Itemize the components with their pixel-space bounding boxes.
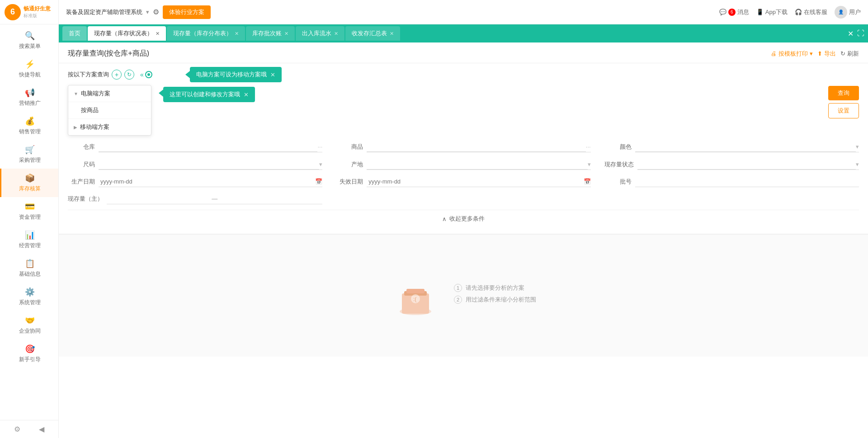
sidebar-item-basic[interactable]: 📋 基础信息 <box>0 254 58 283</box>
filter-back-btn[interactable]: « <box>137 70 147 80</box>
filter-add-btn[interactable]: + <box>112 70 122 80</box>
sidebar-item-purchase[interactable]: 🛒 采购管理 <box>0 140 58 169</box>
tab-close-batch[interactable]: ✕ <box>284 31 288 37</box>
filter-batch-row: 批号 <box>604 176 859 187</box>
chevron-down-icon: ▼ <box>74 91 78 96</box>
collapse-btn[interactable]: ∧ 收起更多条件 <box>68 210 859 227</box>
sidebar-item-search[interactable]: 🔍 搜索菜单 <box>0 26 58 55</box>
step-num-2: 2 <box>454 296 462 304</box>
export-icon: ⬆ <box>817 50 822 57</box>
size-label: 尺码 <box>68 160 95 169</box>
sidebar-item-enterprise[interactable]: 🤝 企业协同 <box>0 311 58 339</box>
filter-refresh-btn[interactable]: ↻ <box>124 70 134 80</box>
size-input[interactable] <box>99 159 319 170</box>
tab-close-inout[interactable]: ✕ <box>334 31 338 37</box>
print-dropdown-icon: ▾ <box>810 50 813 57</box>
scheme-tooltip-close[interactable]: ✕ <box>270 71 275 78</box>
export-btn[interactable]: ⬆ 导出 <box>817 50 836 58</box>
sidebar-item-sales[interactable]: 💰 销售管理 <box>0 112 58 140</box>
tab-summary[interactable]: 收发存汇总表 ✕ <box>345 26 400 41</box>
color-dropdown[interactable]: ▾ <box>856 143 859 150</box>
settings-bottom-btn[interactable]: ⚙ <box>14 425 20 433</box>
scheme-mobile-item[interactable]: ▶ 移动端方案 <box>68 119 151 135</box>
scheme-pc-default-item[interactable]: 按商品 <box>68 102 151 119</box>
header-right: 💬 6 消息 📱 App下载 🎧 在线客服 👤 用户 <box>719 6 861 19</box>
tab-inout[interactable]: 出入库流水 ✕ <box>296 26 344 41</box>
expire-date-start[interactable] <box>367 176 581 187</box>
stock-amount-min[interactable] <box>107 193 209 204</box>
marketing-icon: 📢 <box>25 88 35 98</box>
goods-label: 商品 <box>336 143 363 151</box>
settings-icon[interactable]: ⚙ <box>153 8 159 16</box>
warehouse-input[interactable] <box>99 141 317 152</box>
system-name: 装备及固定资产辅助管理系统 <box>66 8 142 16</box>
inventory-icon: 📦 <box>25 173 35 183</box>
sidebar-item-operation[interactable]: 📊 经营管理 <box>0 226 58 254</box>
goods-input[interactable] <box>367 141 585 152</box>
scheme-pc-item[interactable]: ▼ 电脑端方案 <box>68 85 151 102</box>
search-icon: 🔍 <box>25 31 35 41</box>
tab-home[interactable]: 首页 <box>62 26 87 41</box>
sidebar-item-system[interactable]: ⚙️ 系统管理 <box>0 283 58 311</box>
search-btn[interactable]: 查询 <box>828 86 859 100</box>
filter-grid: 仓库 ··· 商品 ··· 颜色 <box>68 141 859 204</box>
system-dropdown-icon[interactable]: ▾ <box>146 9 149 15</box>
message-btn[interactable]: 💬 6 消息 <box>719 8 749 16</box>
empty-step-2: 2 用过滤条件来缩小分析范围 <box>454 296 536 304</box>
edit-tooltip-arrow <box>159 89 163 97</box>
refresh-btn[interactable]: ↻ 刷新 <box>840 50 859 58</box>
sidebar-item-guide[interactable]: 🎯 新手引导 <box>0 339 58 368</box>
tab-bar-right: ✕ ⛶ <box>848 29 864 38</box>
online-support-btn[interactable]: 🎧 在线客服 <box>795 8 827 16</box>
sidebar-item-quick[interactable]: ⚡ 快捷导航 <box>0 55 58 83</box>
user-btn[interactable]: 👤 用户 <box>835 6 861 19</box>
origin-dropdown[interactable]: ▾ <box>588 161 591 168</box>
prod-date-start[interactable] <box>99 176 313 187</box>
origin-input[interactable] <box>367 159 587 170</box>
expire-date-calendar[interactable]: 📅 <box>584 178 591 185</box>
filter-controls: 按以下方案查询 + ↻ « 电脑方案可设为移动方案哦 ✕ <box>68 70 859 80</box>
print-btn[interactable]: 🖨 按模板打印 ▾ <box>771 50 813 58</box>
quick-icon: ⚡ <box>25 59 35 69</box>
system-icon: ⚙️ <box>25 287 35 297</box>
prod-date-start-calendar[interactable]: 📅 <box>315 178 322 185</box>
sidebar-nav: 🔍 搜索菜单 ⚡ 快捷导航 📢 营销推广 💰 销售管理 🛒 采购管理 📦 库存核… <box>0 24 58 420</box>
warehouse-dots[interactable]: ··· <box>317 143 322 150</box>
svg-text::(: :( <box>413 296 416 302</box>
tab-expand-btn[interactable]: ⛶ <box>857 29 864 38</box>
sidebar-bottom: ⚙ ◀ <box>0 420 58 438</box>
sidebar-item-finance[interactable]: 💳 资金管理 <box>0 197 58 226</box>
edit-tooltip-close[interactable]: ✕ <box>244 91 249 98</box>
app-download-btn[interactable]: 📱 App下载 <box>756 8 788 16</box>
sidebar-item-inventory[interactable]: 📦 库存核算 <box>0 169 58 197</box>
tab-close-all-btn[interactable]: ✕ <box>848 29 854 38</box>
tab-close-summary[interactable]: ✕ <box>390 31 394 37</box>
tab-close-inventory-dist[interactable]: ✕ <box>235 31 239 37</box>
tab-close-inventory-status[interactable]: ✕ <box>156 31 160 37</box>
sidebar-item-marketing[interactable]: 📢 营销推广 <box>0 83 58 112</box>
reset-btn[interactable]: 设置 <box>828 103 859 118</box>
industry-btn[interactable]: 体验行业方案 <box>163 5 211 19</box>
stock-status-input[interactable] <box>637 159 856 170</box>
stock-amount-max[interactable] <box>220 193 322 204</box>
collapse-icon: ∧ <box>442 216 447 222</box>
batch-input[interactable] <box>635 176 859 187</box>
phone-icon: 📱 <box>756 9 764 15</box>
tab-batch[interactable]: 库存批次账 ✕ <box>246 26 295 41</box>
size-dropdown[interactable]: ▾ <box>319 161 322 168</box>
scheme-panel: ▼ 电脑端方案 按商品 ▶ 移动端方案 <box>68 85 151 136</box>
collapse-sidebar-btn[interactable]: ◀ <box>39 425 44 433</box>
basic-icon: 📋 <box>25 259 35 268</box>
goods-dots[interactable]: ··· <box>586 143 591 150</box>
filter-prod-date-row: 生产日期 📅 <box>68 176 322 187</box>
tab-inventory-status[interactable]: 现存量（库存状况表） ✕ <box>88 26 166 41</box>
scheme-tooltip-container: 电脑方案可设为移动方案哦 ✕ <box>185 67 282 82</box>
filter-label: 按以下方案查询 <box>68 71 109 79</box>
logo-icon: 6 <box>5 4 21 20</box>
tab-inventory-dist[interactable]: 现存量（库存分布表） ✕ <box>167 26 245 41</box>
color-input[interactable] <box>635 141 856 152</box>
stock-amount-dash: — <box>212 195 217 202</box>
filter-size-row: 尺码 ▾ <box>68 159 322 170</box>
empty-step-1: 1 请先选择要分析的方案 <box>454 284 536 292</box>
stock-status-dropdown[interactable]: ▾ <box>856 161 859 168</box>
